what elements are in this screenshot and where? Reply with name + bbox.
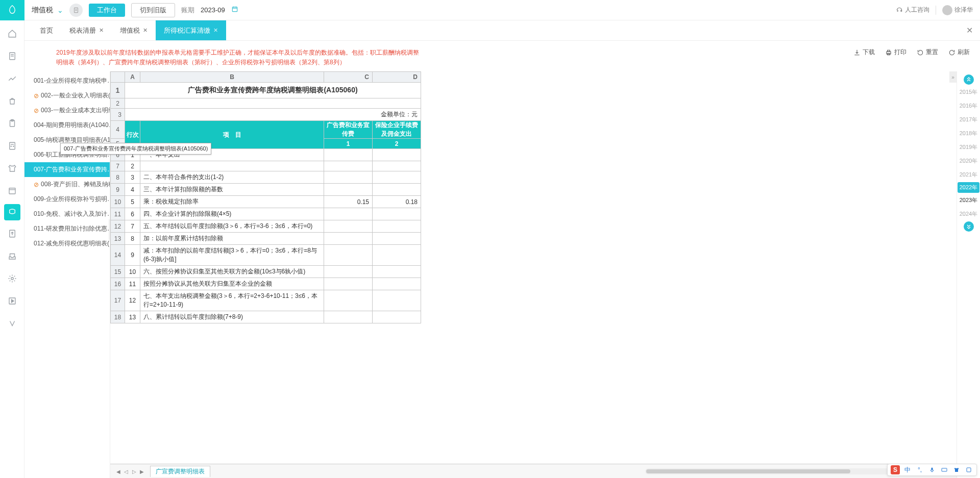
download-button[interactable]: 下载: [853, 48, 875, 57]
cell[interactable]: 3: [125, 171, 140, 184]
close-icon[interactable]: ✕: [99, 27, 104, 34]
circle-doc-icon[interactable]: [69, 4, 83, 17]
close-icon[interactable]: ✕: [213, 27, 218, 34]
corner-cell[interactable]: [111, 72, 125, 83]
nav-upload-icon[interactable]: [0, 224, 24, 243]
tab[interactable]: 首页: [32, 20, 61, 40]
year-item[interactable]: 2022年: [958, 182, 979, 193]
sheet-tab[interactable]: 广宣费调整明细表: [150, 466, 210, 477]
ime-punct-icon[interactable]: °,: [915, 465, 924, 474]
period-value[interactable]: 2023-09: [201, 6, 225, 14]
row-header[interactable]: 12: [111, 220, 125, 233]
cell[interactable]: 加：以前年度累计结转扣除额: [140, 233, 324, 245]
calendar-icon[interactable]: [231, 6, 238, 14]
cell[interactable]: 按照分摊协议从其他关联方归集至本企业的金额: [140, 278, 324, 290]
cell[interactable]: [324, 161, 373, 171]
cell[interactable]: [373, 161, 421, 171]
ime-keyboard-icon[interactable]: [940, 465, 949, 474]
nav-clipboard-icon[interactable]: [0, 114, 24, 133]
cell[interactable]: 六、按照分摊协议归集至其他关联方的金额(10≤3与6孰小值): [140, 266, 324, 278]
scroll-down-icon[interactable]: [964, 221, 974, 232]
report-item[interactable]: 011-研发费用加计扣除优惠…: [24, 221, 110, 236]
row-header[interactable]: 10: [111, 196, 125, 208]
cell[interactable]: [373, 290, 421, 311]
report-item[interactable]: 001-企业所得税年度纳税申…: [24, 73, 110, 88]
cell[interactable]: [324, 245, 373, 266]
last-icon[interactable]: ▶: [139, 469, 145, 474]
nav-calc-icon[interactable]: [0, 137, 24, 155]
year-item[interactable]: 2020年: [960, 155, 977, 167]
report-item[interactable]: 007-广告费和业务宣传费跨…: [24, 162, 110, 177]
help-link[interactable]: 人工咨询: [896, 6, 929, 14]
year-item[interactable]: 2018年: [960, 127, 977, 140]
cell[interactable]: 2: [125, 161, 140, 171]
cell[interactable]: [373, 233, 421, 245]
ime-tool-icon[interactable]: [964, 465, 973, 474]
year-item[interactable]: 2015年: [960, 86, 977, 98]
col-header[interactable]: A: [125, 72, 140, 83]
year-item[interactable]: 2023年: [960, 194, 977, 207]
cell[interactable]: [324, 220, 373, 233]
workspace-button[interactable]: 工作台: [89, 4, 125, 17]
year-item[interactable]: 2017年: [960, 113, 977, 126]
unit-text[interactable]: 金额单位：元: [125, 109, 421, 121]
row-header[interactable]: 15: [111, 266, 125, 278]
cell[interactable]: [324, 184, 373, 196]
report-item[interactable]: 010-免税、减计收入及加计…: [24, 207, 110, 221]
row-header[interactable]: 14: [111, 245, 125, 266]
cell[interactable]: [373, 245, 421, 266]
app-logo[interactable]: [0, 0, 24, 20]
cell[interactable]: 乘：税收规定扣除率: [140, 196, 324, 208]
ime-logo-icon[interactable]: S: [891, 465, 900, 474]
cell[interactable]: [373, 220, 421, 233]
next-icon[interactable]: ▷: [131, 469, 137, 474]
cell[interactable]: [324, 311, 373, 323]
cell[interactable]: 0.15: [324, 196, 373, 208]
refresh-button[interactable]: 刷新: [948, 48, 970, 57]
cell[interactable]: 13: [125, 311, 140, 323]
nav-doc-icon[interactable]: [0, 47, 24, 65]
cell[interactable]: 五、本年结转以后年度扣除额(3＞6，本行=3-6；3≤6，本行=0): [140, 220, 324, 233]
cell[interactable]: [324, 278, 373, 290]
report-item[interactable]: 012-减免所得税优惠明细表(…: [24, 236, 110, 251]
year-item[interactable]: 2024年: [960, 208, 977, 220]
cell[interactable]: [373, 266, 421, 278]
cell[interactable]: 减：本年扣除的以前年度结转额[3＞6，本行=0；3≤6，本行=8与(6-3)孰小…: [140, 245, 324, 266]
cell[interactable]: 二、本年符合条件的支出(1-2): [140, 171, 324, 184]
ime-lang[interactable]: 中: [903, 465, 912, 474]
nav-calendar-icon[interactable]: [0, 182, 24, 200]
nav-v-icon[interactable]: [0, 314, 24, 333]
nav-gear-icon[interactable]: [0, 269, 24, 288]
cell[interactable]: 0.18: [373, 196, 421, 208]
cell[interactable]: [373, 278, 421, 290]
close-icon[interactable]: ✕: [143, 27, 148, 34]
scroll-up-icon[interactable]: [964, 74, 974, 85]
cell[interactable]: 7: [125, 220, 140, 233]
cell[interactable]: 4: [125, 184, 140, 196]
col-header[interactable]: B: [140, 72, 324, 83]
cell[interactable]: [324, 208, 373, 220]
report-item[interactable]: ⊘008-资产折旧、摊销及纳税…: [24, 177, 110, 192]
row-header[interactable]: 11: [111, 208, 125, 220]
report-item[interactable]: 004-期间费用明细表(A1040…: [24, 118, 110, 133]
cell[interactable]: 四、本企业计算的扣除限额(4×5): [140, 208, 324, 220]
tabs-close-all-icon[interactable]: ✕: [959, 20, 980, 40]
cell[interactable]: [373, 311, 421, 323]
first-icon[interactable]: ◀: [115, 469, 121, 474]
row-header[interactable]: 9: [111, 184, 125, 196]
report-item[interactable]: 009-企业所得税弥补亏损明…: [24, 192, 110, 207]
cell[interactable]: [324, 149, 373, 161]
tab[interactable]: 税表清册✕: [61, 20, 112, 40]
sheet-title[interactable]: 广告费和业务宣传费跨年度纳税调整明细表(A105060): [125, 83, 421, 98]
cell[interactable]: [140, 161, 324, 171]
tab[interactable]: 增值税✕: [112, 20, 156, 40]
cell[interactable]: 5: [125, 196, 140, 208]
cell[interactable]: [324, 290, 373, 311]
cell[interactable]: [324, 266, 373, 278]
nav-inbox-icon[interactable]: [0, 247, 24, 265]
cell[interactable]: 三、本年计算扣除限额的基数: [140, 184, 324, 196]
cell[interactable]: 9: [125, 245, 140, 266]
nav-tax-icon[interactable]: [4, 204, 20, 220]
cell[interactable]: 10: [125, 266, 140, 278]
cell[interactable]: [373, 184, 421, 196]
